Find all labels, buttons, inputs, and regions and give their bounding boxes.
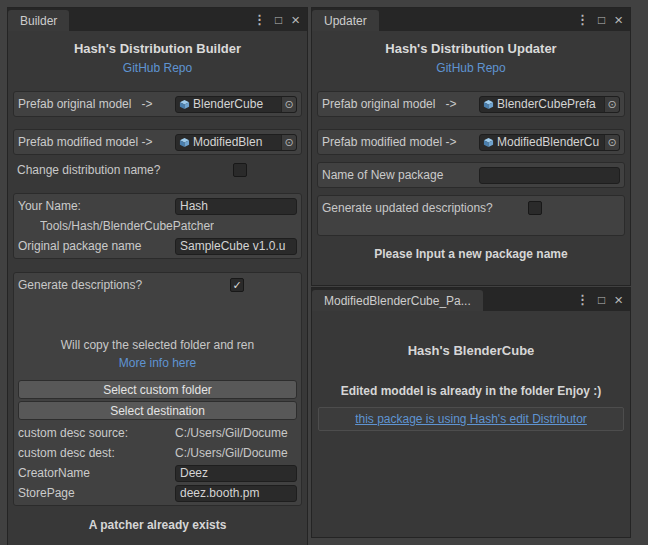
more-info-link[interactable]: More info here xyxy=(18,356,297,370)
tab-builder[interactable]: Builder xyxy=(8,10,69,31)
maximize-icon[interactable]: □ xyxy=(598,294,605,306)
prefab-modified-value: ModifiedBlen xyxy=(193,135,281,149)
change-name-row: Change distribution name? xyxy=(13,161,302,179)
prefab-original-value: BlenderCubePrefa xyxy=(497,97,604,111)
close-icon[interactable]: × xyxy=(614,292,623,307)
spacer xyxy=(18,370,297,378)
edited-model-note: Edited moddel is already in the folder E… xyxy=(317,384,625,398)
generate-desc-row: Generate descriptions? ✓ xyxy=(18,276,297,294)
store-page-field[interactable]: deez.booth.pm xyxy=(175,485,297,502)
desc-source-label: custom desc source: xyxy=(18,426,175,440)
tools-path-row: Tools/Hash/BlenderCubePatcher xyxy=(18,217,297,235)
desc-dest-label: custom desc dest: xyxy=(18,446,175,460)
your-name-value: Hash xyxy=(180,199,208,213)
new-package-box: Name of New package xyxy=(317,162,625,188)
builder-window-controls: ⋮ □ × xyxy=(253,8,307,31)
object-picker-icon[interactable]: ⊙ xyxy=(604,135,619,150)
object-picker-icon[interactable]: ⊙ xyxy=(281,135,296,150)
generate-updated-label: Generate updated descriptions? xyxy=(322,201,528,215)
updater-title: Hash's Distribution Updater xyxy=(317,41,625,56)
builder-names-box: Your Name: Hash Tools/Hash/BlenderCubePa… xyxy=(13,193,302,259)
prefab-cube-icon xyxy=(179,137,190,148)
distributor-link[interactable]: this package is using Hash's edit Distri… xyxy=(355,412,587,426)
prefab-modified-object-field[interactable]: ModifiedBlenderCu ⊙ xyxy=(479,134,620,151)
desc-source-row: custom desc source: C:/Users/Gil/Docume xyxy=(18,424,297,442)
copy-note: Will copy the selected folder and ren xyxy=(18,338,297,352)
creator-name-row: CreatorName Deez xyxy=(18,464,297,482)
updater-content: Hash's Distribution Updater GitHub Repo … xyxy=(312,31,630,285)
prefab-original-value: BlenderCube xyxy=(193,97,281,111)
select-custom-folder-button[interactable]: Select custom folder xyxy=(18,380,297,399)
updater-github-repo-link[interactable]: GitHub Repo xyxy=(317,61,625,75)
creator-name-value: Deez xyxy=(180,466,208,480)
your-name-label: Your Name: xyxy=(18,199,175,213)
change-name-label: Change distribution name? xyxy=(17,163,233,177)
store-page-label: StorePage xyxy=(18,486,175,500)
builder-content: Hash's Distribution Builder GitHub Repo … xyxy=(8,31,307,545)
tab-updater[interactable]: Updater xyxy=(312,10,379,31)
tools-path-label: Tools/Hash/BlenderCubePatcher xyxy=(40,219,214,233)
your-name-row: Your Name: Hash xyxy=(18,197,297,215)
updater-tabbar: Updater ⋮ □ × xyxy=(312,8,630,31)
object-picker-icon[interactable]: ⊙ xyxy=(281,97,296,112)
menu-icon[interactable]: ⋮ xyxy=(576,293,589,306)
prefab-modified-object-field[interactable]: ModifiedBlen ⊙ xyxy=(175,134,297,151)
prefab-modified-value: ModifiedBlenderCu xyxy=(497,135,604,149)
desc-dest-row: custom desc dest: C:/Users/Gil/Docume xyxy=(18,444,297,462)
input-package-note: Please Input a new package name xyxy=(317,247,625,261)
prefab-cube-icon xyxy=(179,99,190,110)
prefab-original-object-field[interactable]: BlenderCube ⊙ xyxy=(175,96,297,113)
builder-prefab-modified-box: Prefab modified model -> ModifiedBlen ⊙ xyxy=(13,129,302,155)
tab-builder-label: Builder xyxy=(20,14,57,28)
package-window: ModifiedBlenderCube_Pa... ⋮ □ × Hash's B… xyxy=(312,288,630,537)
prefab-modified-row: Prefab modified model -> ModifiedBlender… xyxy=(322,133,620,151)
spacer xyxy=(18,294,297,338)
tab-modified-blendercube-package[interactable]: ModifiedBlenderCube_Pa... xyxy=(312,290,483,311)
prefab-original-row: Prefab original model -> BlenderCubePref… xyxy=(322,95,620,113)
new-package-label: Name of New package xyxy=(322,168,479,182)
generate-desc-checkbox[interactable]: ✓ xyxy=(230,278,244,292)
generate-updated-row: Generate updated descriptions? xyxy=(322,199,620,217)
builder-tabbar: Builder ⋮ □ × xyxy=(8,8,307,31)
prefab-modified-label: Prefab modified model -> xyxy=(18,135,175,149)
prefab-cube-icon xyxy=(483,99,494,110)
close-icon[interactable]: × xyxy=(291,12,300,27)
unity-editor-background: Builder ⋮ □ × Hash's Distribution Builde… xyxy=(0,0,648,545)
patcher-exists-note: A patcher already exists xyxy=(13,518,302,532)
tab-package-label: ModifiedBlenderCube_Pa... xyxy=(324,294,471,308)
menu-icon[interactable]: ⋮ xyxy=(253,13,266,26)
change-name-checkbox[interactable] xyxy=(233,163,247,177)
updater-window-controls: ⋮ □ × xyxy=(576,8,630,31)
prefab-modified-label: Prefab modified model -> xyxy=(322,135,479,149)
prefab-cube-icon xyxy=(483,137,494,148)
desc-dest-value: C:/Users/Gil/Docume xyxy=(175,446,297,460)
builder-github-repo-link[interactable]: GitHub Repo xyxy=(13,61,302,75)
menu-icon[interactable]: ⋮ xyxy=(576,13,589,26)
your-name-field[interactable]: Hash xyxy=(175,198,297,215)
creator-name-field[interactable]: Deez xyxy=(175,465,297,482)
close-icon[interactable]: × xyxy=(614,12,623,27)
orig-package-field[interactable]: SampleCube v1.0.u xyxy=(175,238,297,255)
object-picker-icon[interactable]: ⊙ xyxy=(604,97,619,112)
updater-window: Updater ⋮ □ × Hash's Distribution Update… xyxy=(312,8,630,285)
package-tabbar: ModifiedBlenderCube_Pa... ⋮ □ × xyxy=(312,288,630,311)
orig-package-value: SampleCube v1.0.u xyxy=(180,239,285,253)
builder-title: Hash's Distribution Builder xyxy=(13,41,302,56)
updater-prefab-modified-box: Prefab modified model -> ModifiedBlender… xyxy=(317,129,625,155)
prefab-original-row: Prefab original model -> BlenderCube ⊙ xyxy=(18,95,297,113)
maximize-icon[interactable]: □ xyxy=(598,14,605,26)
select-destination-button[interactable]: Select destination xyxy=(18,401,297,420)
generate-desc-label: Generate descriptions? xyxy=(18,278,230,292)
desc-source-value: C:/Users/Gil/Docume xyxy=(175,426,297,440)
new-package-field[interactable] xyxy=(479,167,620,184)
package-content: Hash's BlenderCube Edited moddel is alre… xyxy=(312,311,630,537)
prefab-original-object-field[interactable]: BlenderCubePrefa ⊙ xyxy=(479,96,620,113)
maximize-icon[interactable]: □ xyxy=(275,14,282,26)
generate-updated-checkbox[interactable] xyxy=(528,201,542,215)
store-page-value: deez.booth.pm xyxy=(180,486,259,500)
updater-prefab-original-box: Prefab original model -> BlenderCubePref… xyxy=(317,91,625,117)
package-title: Hash's BlenderCube xyxy=(317,343,625,358)
builder-descriptions-box: Generate descriptions? ✓ Will copy the s… xyxy=(13,272,302,506)
prefab-modified-row: Prefab modified model -> ModifiedBlen ⊙ xyxy=(18,133,297,151)
store-page-row: StorePage deez.booth.pm xyxy=(18,484,297,502)
